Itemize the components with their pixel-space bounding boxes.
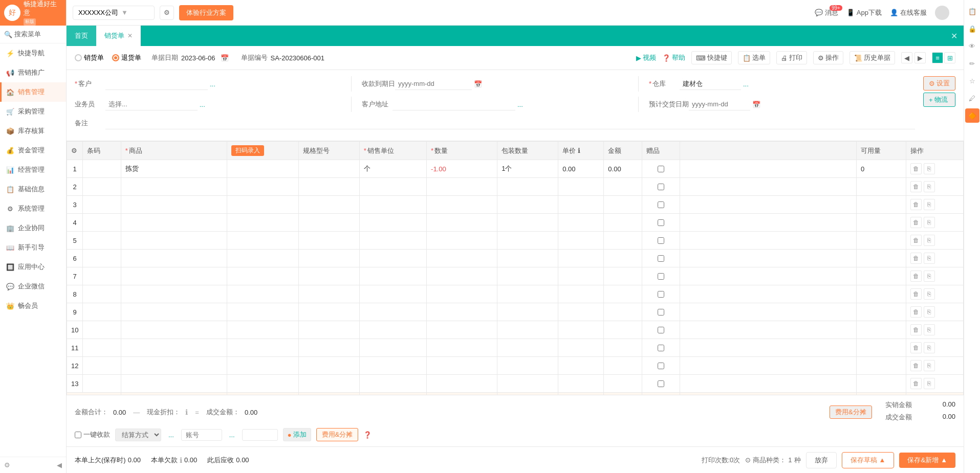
expected-date-input[interactable]: [689, 98, 750, 110]
calendar-icon[interactable]: 📅: [219, 54, 231, 62]
copy-row-button[interactable]: ⎘: [924, 199, 935, 210]
save-new-button[interactable]: 保存&新增 ▲: [899, 453, 955, 468]
tab-sales-order[interactable]: 销货单 ✕: [96, 26, 141, 46]
topbar-settings-button[interactable]: ⚙: [160, 6, 174, 20]
sidebar-item-basic-info[interactable]: 📋 基础信息: [0, 179, 66, 199]
trial-button[interactable]: 体验行业方案: [179, 5, 233, 20]
col-scan-btn-header[interactable]: 扫码录入: [227, 142, 298, 160]
sidebar-item-member[interactable]: 👑 畅会员: [0, 296, 66, 316]
customer-ellipsis[interactable]: ...: [208, 80, 217, 88]
row-spec[interactable]: [298, 160, 359, 178]
right-tool-pen[interactable]: 🖊: [965, 91, 979, 105]
col-settings[interactable]: ⚙: [67, 142, 83, 160]
next-arrow[interactable]: ▶: [914, 52, 926, 63]
print-button[interactable]: 🖨 打印: [776, 51, 807, 64]
video-action[interactable]: ▶ 视频: [636, 53, 656, 62]
sidebar-item-wechat[interactable]: 💬 企业微信: [0, 277, 66, 296]
app-download-button[interactable]: 📱 App下载: [846, 8, 882, 17]
customer-input[interactable]: [105, 78, 208, 90]
row-gift-checkbox[interactable]: [658, 363, 664, 369]
row-product[interactable]: 拣货: [121, 160, 227, 178]
row-pkg-qty[interactable]: 1个: [497, 160, 558, 178]
copy-row-button[interactable]: ⎘: [924, 235, 935, 246]
fee-button[interactable]: 费用&分摊: [830, 406, 872, 419]
copy-row-button[interactable]: ⎘: [924, 181, 935, 192]
online-service-button[interactable]: 👤 在线客服: [890, 8, 927, 17]
fee-help-icon[interactable]: ❓: [363, 431, 372, 439]
payment-method-ellipsis[interactable]: ...: [166, 431, 176, 439]
right-tool-eye[interactable]: 👁: [965, 39, 979, 53]
row-gift-checkbox[interactable]: [658, 309, 664, 316]
sidebar-item-marketing[interactable]: 📢 营销推广: [0, 63, 66, 82]
sidebar-item-sales[interactable]: 🏠 销售管理: [0, 82, 66, 102]
row-gift-checkbox[interactable]: [658, 255, 664, 262]
remark-input[interactable]: [105, 117, 915, 129]
delete-row-button[interactable]: 🗑: [910, 360, 922, 371]
help-action[interactable]: ❓ 帮助: [662, 53, 685, 62]
row-gift-checkbox[interactable]: [658, 219, 664, 226]
delete-row-button[interactable]: 🗑: [910, 163, 922, 174]
sidebar-collapse-icon[interactable]: ◀: [57, 461, 62, 469]
tab-home[interactable]: 首页: [67, 26, 96, 46]
tabbar-close-button[interactable]: ✕: [951, 31, 957, 41]
row-gift-checkbox[interactable]: [658, 380, 664, 387]
sidebar-item-management[interactable]: 📊 经营管理: [0, 160, 66, 179]
copy-row-button[interactable]: ⎘: [924, 271, 935, 282]
row-unit[interactable]: 个: [359, 160, 426, 178]
grid-view-btn[interactable]: ⊞: [944, 52, 955, 63]
expected-date-cal-icon[interactable]: 📅: [750, 101, 763, 108]
shortcut-button[interactable]: ⌨ 快捷键: [691, 51, 732, 64]
customer-addr-ellipsis[interactable]: ...: [515, 101, 525, 108]
delete-row-button[interactable]: 🗑: [910, 181, 922, 192]
right-tool-orange[interactable]: 🔶: [965, 108, 979, 123]
row-gift-checkbox[interactable]: [658, 345, 664, 351]
row-gift-checkbox[interactable]: [658, 166, 664, 172]
customer-addr-input[interactable]: [393, 98, 515, 110]
operation-button[interactable]: ⚙ 操作: [813, 51, 843, 64]
sidebar-item-quick-nav[interactable]: ⚡ 快捷导航: [0, 43, 66, 63]
sidebar-search[interactable]: 🔍 搜索菜单: [0, 26, 66, 43]
delete-row-button[interactable]: 🗑: [910, 342, 922, 353]
right-tool-note[interactable]: 📋: [965, 4, 979, 18]
list-view-btn[interactable]: ≡: [932, 52, 943, 63]
sidebar-item-collab[interactable]: 🏢 企业协同: [0, 218, 66, 238]
add-payment-button[interactable]: ● 添加: [283, 428, 311, 441]
user-avatar[interactable]: [935, 6, 949, 20]
scan-button[interactable]: 扫码录入: [231, 145, 264, 156]
sidebar-item-inventory[interactable]: 📦 库存核算: [0, 121, 66, 141]
copy-row-button[interactable]: ⎘: [924, 378, 935, 389]
payment-method-select[interactable]: 结算方式: [115, 429, 161, 441]
warehouse-input[interactable]: [680, 78, 741, 90]
one-key-pay-checkbox[interactable]: 一键收款: [75, 430, 110, 439]
account-ellipsis[interactable]: ...: [227, 431, 237, 439]
row-price[interactable]: 0.00: [558, 160, 604, 178]
copy-row-button[interactable]: ⎘: [924, 288, 935, 300]
radio-sales-order[interactable]: 销货单: [75, 53, 104, 62]
delete-row-button[interactable]: 🗑: [910, 217, 922, 228]
row-gift-checkbox[interactable]: [658, 273, 664, 280]
salesperson-input[interactable]: [105, 98, 198, 110]
row-gift-checkbox[interactable]: [658, 237, 664, 244]
copy-row-button[interactable]: ⎘: [924, 163, 935, 174]
copy-row-button[interactable]: ⎘: [924, 342, 935, 353]
row-gift-checkbox[interactable]: [658, 291, 664, 298]
due-date-input[interactable]: [395, 78, 472, 90]
copy-row-button[interactable]: ⎘: [924, 360, 935, 371]
row-gift[interactable]: [642, 160, 680, 178]
radio-return-order[interactable]: 退货单: [112, 53, 141, 62]
save-draft-button[interactable]: 保存草稿 ▲: [842, 452, 895, 468]
delete-row-button[interactable]: 🗑: [910, 271, 922, 282]
delete-row-button[interactable]: 🗑: [910, 378, 922, 389]
copy-row-button[interactable]: ⎘: [924, 253, 935, 264]
copy-row-button[interactable]: ⎘: [924, 324, 935, 335]
owe2-info-icon[interactable]: ℹ: [180, 456, 182, 464]
copy-row-button[interactable]: ⎘: [924, 306, 935, 318]
sidebar-settings-icon[interactable]: ⚙: [4, 461, 10, 469]
company-selector[interactable]: XXXXXX公司 ▼: [73, 6, 155, 20]
abandon-button[interactable]: 放弃: [806, 452, 837, 468]
copy-row-button[interactable]: ⎘: [924, 217, 935, 228]
sidebar-item-guide[interactable]: 📖 新手引导: [0, 238, 66, 257]
payment-amount-input[interactable]: [242, 429, 278, 441]
fee-split-button[interactable]: 费用&分摊: [316, 428, 359, 441]
tab-close-icon[interactable]: ✕: [127, 32, 133, 39]
